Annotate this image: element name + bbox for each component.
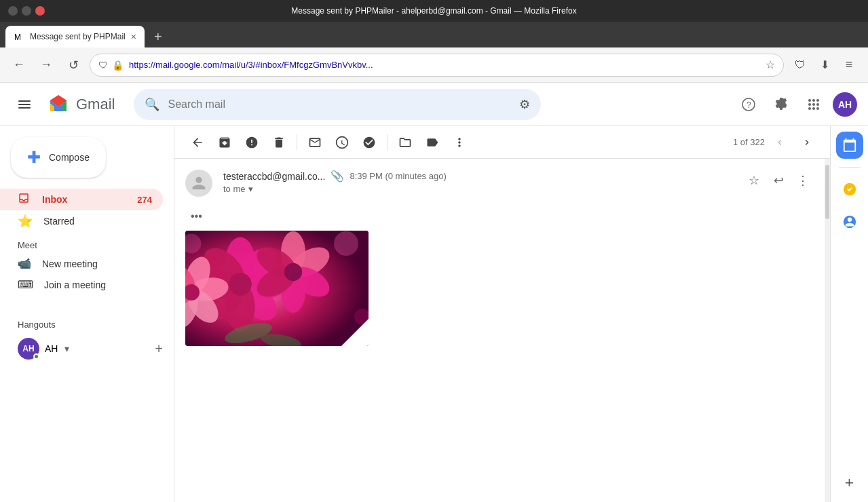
pocket-button[interactable]: 🛡 bbox=[789, 54, 811, 76]
delete-button[interactable] bbox=[267, 130, 291, 155]
compose-plus-icon: ✚ bbox=[27, 148, 41, 167]
archive-button[interactable] bbox=[212, 130, 237, 155]
settings-button[interactable] bbox=[768, 91, 795, 118]
sidebar-divider-1 bbox=[839, 167, 861, 168]
gmail-header: Gmail 🔍 ⚙ ? bbox=[0, 83, 868, 126]
newer-button[interactable] bbox=[768, 130, 792, 155]
hangouts-dropdown-icon[interactable]: ▾ bbox=[64, 343, 69, 354]
compose-label: Compose bbox=[49, 152, 90, 163]
bookmark-icon[interactable]: ☆ bbox=[766, 58, 775, 71]
svg-point-7 bbox=[808, 99, 811, 102]
star-email-button[interactable]: ☆ bbox=[743, 170, 765, 191]
sidebar: ✚ Compose Inbox 274 ⭐ Starred Meet 📹 N bbox=[0, 126, 174, 502]
back-button[interactable]: ← bbox=[8, 54, 30, 76]
inbox-icon bbox=[18, 192, 31, 208]
svg-point-9 bbox=[816, 99, 819, 102]
tab-close-button[interactable]: × bbox=[131, 31, 136, 42]
join-meeting-icon: ⌨ bbox=[18, 278, 33, 291]
starred-label: Starred bbox=[43, 216, 152, 227]
help-button[interactable]: ? bbox=[735, 91, 762, 118]
sidebar-item-join-meeting[interactable]: ⌨ Join a meeting bbox=[0, 274, 163, 295]
gmail-logo-text: Gmail bbox=[76, 96, 115, 113]
email-view: testeraccbd@gmail.co... 📎 8:39 PM (0 min… bbox=[174, 159, 825, 502]
svg-text:M: M bbox=[14, 33, 21, 42]
email-meta: testeraccbd@gmail.co... 📎 8:39 PM (0 min… bbox=[223, 170, 732, 194]
apps-button[interactable] bbox=[800, 91, 827, 118]
to-dropdown-icon[interactable]: ▾ bbox=[248, 184, 253, 194]
hangouts-avatar: AH bbox=[18, 338, 39, 360]
tab-title: Message sent by PHPMail bbox=[30, 32, 126, 41]
nav-right-buttons: 🛡 ⬇ ≡ bbox=[789, 54, 860, 76]
svg-point-11 bbox=[812, 103, 815, 106]
header-right-actions: ? AH bbox=[735, 91, 857, 118]
search-filter-button[interactable]: ⚙ bbox=[519, 97, 530, 112]
hangouts-add-button[interactable]: + bbox=[155, 341, 163, 357]
back-to-inbox-button[interactable] bbox=[185, 130, 210, 155]
more-actions-button[interactable] bbox=[447, 130, 472, 155]
sidebar-item-starred[interactable]: ⭐ Starred bbox=[0, 210, 163, 232]
window-maximize-button[interactable] bbox=[22, 6, 31, 16]
add-sidebar-app-button[interactable]: + bbox=[836, 469, 863, 497]
hamburger-menu-button[interactable] bbox=[11, 91, 38, 118]
mark-unread-button[interactable] bbox=[303, 130, 327, 155]
older-button[interactable] bbox=[795, 130, 819, 155]
lock-icon: 🔒 bbox=[112, 60, 124, 71]
sidebar-item-new-meeting[interactable]: 📹 New meeting bbox=[0, 253, 163, 274]
svg-point-15 bbox=[816, 107, 819, 110]
window-minimize-button[interactable] bbox=[8, 6, 18, 16]
new-meeting-icon: 📹 bbox=[18, 257, 31, 270]
svg-rect-4 bbox=[18, 107, 31, 109]
toolbar-divider-2 bbox=[387, 134, 388, 151]
refresh-button[interactable]: ↺ bbox=[62, 54, 84, 76]
url-security-icons: 🛡 🔒 bbox=[98, 60, 124, 71]
svg-point-42 bbox=[334, 231, 358, 256]
svg-point-10 bbox=[808, 103, 811, 106]
browser-menu-button[interactable]: ≡ bbox=[838, 54, 860, 76]
email-sender-name: testeraccbd@gmail.co... bbox=[223, 171, 325, 182]
email-time: 8:39 PM (0 minutes ago) bbox=[350, 171, 446, 181]
new-tab-button[interactable]: + bbox=[147, 26, 169, 47]
email-flower-image bbox=[185, 231, 369, 346]
sidebar-item-inbox[interactable]: Inbox 274 bbox=[0, 189, 163, 210]
reply-button[interactable]: ↩ bbox=[768, 170, 789, 191]
browser-navbar: ← → ↺ 🛡 🔒 https://mail.google.com/mail/u… bbox=[0, 47, 868, 83]
window-close-button[interactable] bbox=[35, 6, 45, 16]
svg-rect-2 bbox=[18, 100, 31, 102]
compose-button[interactable]: ✚ Compose bbox=[11, 137, 106, 178]
search-input[interactable] bbox=[168, 98, 511, 111]
forward-button[interactable]: → bbox=[35, 54, 57, 76]
svg-point-32 bbox=[284, 263, 302, 281]
gmail-body: ✚ Compose Inbox 274 ⭐ Starred Meet 📹 N bbox=[0, 126, 868, 502]
email-from-line: testeraccbd@gmail.co... 📎 8:39 PM (0 min… bbox=[223, 170, 732, 182]
user-avatar-button[interactable]: AH bbox=[833, 92, 857, 117]
url-text: https://mail.google.com/mail/u/3/#inbox/… bbox=[129, 60, 760, 70]
gmail-logo[interactable]: Gmail bbox=[46, 92, 115, 117]
shield-icon: 🛡 bbox=[98, 60, 108, 71]
scrollbar-thumb bbox=[825, 165, 829, 219]
snooze-button[interactable] bbox=[330, 130, 354, 155]
gmail-app: Gmail 🔍 ⚙ ? bbox=[0, 83, 868, 502]
vertical-scrollbar[interactable] bbox=[825, 159, 830, 502]
browser-tab-active[interactable]: M Message sent by PHPMail × bbox=[5, 26, 145, 47]
main-content: 1 of 322 teste bbox=[174, 126, 830, 502]
svg-point-13 bbox=[808, 107, 811, 110]
svg-point-14 bbox=[812, 107, 815, 110]
add-task-button[interactable] bbox=[357, 130, 381, 155]
contacts-sidebar-button[interactable] bbox=[836, 208, 863, 235]
search-bar[interactable]: 🔍 ⚙ bbox=[134, 89, 541, 120]
search-icon: 🔍 bbox=[145, 97, 159, 112]
email-expand-dots[interactable]: ••• bbox=[185, 208, 208, 225]
calendar-sidebar-button[interactable] bbox=[836, 132, 863, 159]
email-image-container bbox=[185, 231, 814, 346]
browser-tabbar: M Message sent by PHPMail × + bbox=[0, 22, 868, 47]
spam-button[interactable] bbox=[240, 130, 264, 155]
sender-avatar bbox=[185, 170, 212, 197]
tasks-sidebar-button[interactable] bbox=[836, 176, 863, 203]
tab-favicon: M bbox=[14, 31, 24, 42]
email-more-button[interactable]: ⋮ bbox=[792, 170, 814, 191]
url-bar[interactable]: 🛡 🔒 https://mail.google.com/mail/u/3/#in… bbox=[90, 54, 784, 77]
move-to-button[interactable] bbox=[393, 130, 417, 155]
label-button[interactable] bbox=[420, 130, 445, 155]
meet-section-label: Meet bbox=[0, 232, 174, 253]
download-button[interactable]: ⬇ bbox=[814, 54, 835, 76]
